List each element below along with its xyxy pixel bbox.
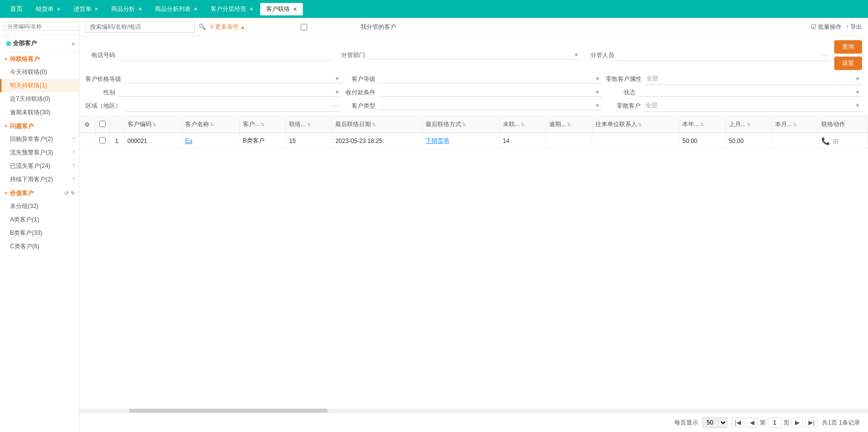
code-col-header[interactable]: 客户编码⇅ <box>124 116 182 133</box>
horizontal-scrollbar[interactable] <box>79 409 868 413</box>
phone-input[interactable] <box>118 50 331 61</box>
help-icon-3[interactable]: ? <box>72 177 75 182</box>
customer-type-field: 客户类型 ▼ <box>346 101 602 110</box>
sidebar-search-input[interactable] <box>4 22 79 31</box>
region-input[interactable]: ··· <box>124 100 342 112</box>
per-page-select[interactable]: 50 100 200 <box>702 417 727 428</box>
nav-customer-contact-close[interactable]: ✕ <box>293 6 297 12</box>
search-input[interactable] <box>85 21 195 33</box>
nav-product-analysis-list[interactable]: 商品分析列表 ✕ <box>149 3 204 15</box>
nav-sales-close[interactable]: ✕ <box>57 6 61 12</box>
sidebar-item-today-contact[interactable]: 今天待联络(0) <box>0 66 79 79</box>
row-checkbox[interactable] <box>95 133 109 149</box>
nav-sales[interactable]: 销货单 ✕ <box>30 3 67 15</box>
customer-level-select[interactable]: ▼ <box>378 74 602 83</box>
region-dots-icon[interactable]: ··· <box>332 102 340 110</box>
customer-name-link[interactable]: Ea <box>185 138 193 144</box>
help-icon-0[interactable]: ? <box>72 137 75 142</box>
problem-section-header[interactable]: ▼ 问题客户 <box>0 119 79 133</box>
actions-col-header: 联络动作 <box>818 116 868 133</box>
my-customers-checkbox[interactable]: 我分管的客户 <box>249 23 396 31</box>
customer-type-select[interactable]: ▼ <box>378 101 602 110</box>
edit-icon[interactable]: ✎ <box>71 190 75 197</box>
person-input[interactable]: ··· <box>617 50 830 61</box>
nav-purchase[interactable]: 进货单 ✕ <box>68 3 104 15</box>
refresh-icon[interactable]: ↺ <box>64 190 69 197</box>
retail-attr-select[interactable]: 全部 ▼ <box>645 73 862 85</box>
pagination: |◀ ◀ 第 页 ▶ ▶| <box>731 418 818 428</box>
row-action-phone-icon[interactable]: 📞 <box>821 137 830 145</box>
company-contact-col-header[interactable]: 往来单位联系人⇅ <box>592 116 679 133</box>
sidebar-item-tomorrow-contact[interactable]: 明天待联络(1) <box>0 79 79 92</box>
sidebar-item-overdue-contact[interactable]: 逾期未联络(30) <box>0 106 79 119</box>
scrollbar-thumb[interactable] <box>129 409 328 413</box>
select-all-checkbox[interactable] <box>99 121 106 127</box>
person-dots-icon[interactable]: ··· <box>821 51 828 59</box>
payment-select[interactable]: ▼ <box>378 88 602 97</box>
first-page-btn[interactable]: |◀ <box>731 418 744 428</box>
sidebar-item-abnormal-repurchase[interactable]: 回购异常客户(2) ? <box>0 133 79 146</box>
pending-section-header[interactable]: ▼ 待联络客户 <box>0 52 79 66</box>
name-col-header[interactable]: 客户名称⇅ <box>182 116 239 133</box>
row-code: 000021 <box>124 133 182 149</box>
dept-field: 分管部门 ▼ <box>335 51 581 60</box>
nav-product-analysis-list-close[interactable]: ✕ <box>194 6 198 12</box>
nav-customer-contact[interactable]: 客户联络 ✕ <box>260 3 303 15</box>
dept-select[interactable]: ▼ <box>368 51 581 60</box>
nav-customer-segment-close[interactable]: ✕ <box>249 6 253 12</box>
nav-product-analysis-close[interactable]: ✕ <box>138 6 142 12</box>
sidebar-item-class-a[interactable]: A类客户(1) <box>0 213 79 226</box>
contact-method-link[interactable]: 下销货单 <box>426 137 449 144</box>
sidebar-item-class-c[interactable]: C类客户(6) <box>0 240 79 253</box>
nav-purchase-close[interactable]: ✕ <box>94 6 98 12</box>
row-name[interactable]: Ea <box>182 133 239 149</box>
nav-customer-segment[interactable]: 客户分层经营 ✕ <box>205 3 259 15</box>
value-section-header[interactable]: ▼ 价值客户 ↺ ✎ <box>0 186 79 200</box>
status-select[interactable]: ▼ <box>639 88 862 97</box>
my-customers-check[interactable] <box>249 24 359 30</box>
page-input[interactable] <box>768 418 782 428</box>
all-customers-item[interactable]: ⊞ 全部客户 « <box>0 35 79 52</box>
table-row: 1 000021 Ea B类客户 15 2023-05-23 18:25: 下销… <box>79 133 868 149</box>
sidebar-item-churn-warning[interactable]: 流失预警客户(3) ? <box>0 146 79 159</box>
help-icon-1[interactable]: ? <box>72 150 75 155</box>
sidebar-item-class-b[interactable]: B类客户(33) <box>0 226 79 240</box>
sidebar-item-declining[interactable]: 持续下滑客户(2) ? <box>0 173 79 186</box>
row-action-grid-icon[interactable]: ⊞ <box>833 137 839 145</box>
nav-product-analysis[interactable]: 商品分析 ✕ <box>105 3 148 15</box>
query-btn[interactable]: 查询 <box>834 40 862 54</box>
not-contacted-col-header[interactable]: 未联...⇅ <box>500 116 546 133</box>
sidebar-item-7days-contact[interactable]: 近7天待联络(0) <box>0 92 79 106</box>
last-contact-method-col-header[interactable]: 最后联络方式⇅ <box>423 116 500 133</box>
sidebar-item-ungrouped[interactable]: 未分组(32) <box>0 200 79 213</box>
this-month-col-header[interactable]: 本月...⇅ <box>772 116 818 133</box>
row-select-checkbox[interactable] <box>99 137 106 144</box>
price-level-select[interactable]: ▼ <box>124 74 342 83</box>
overdue-col-header[interactable]: 逾期...⇅ <box>546 116 592 133</box>
row-last-contact-method[interactable]: 下销货单 <box>423 133 500 149</box>
help-icon-2[interactable]: ? <box>72 163 75 169</box>
nav-home[interactable]: 首页 <box>4 2 29 15</box>
last-page-btn[interactable]: ▶| <box>805 418 818 428</box>
next-page-btn[interactable]: ▶ <box>792 418 803 428</box>
last-contact-date-col-header[interactable]: 最后联络日期⇅ <box>332 116 423 133</box>
more-conditions-btn[interactable]: ≡ 更多条件 ▲ <box>210 23 245 31</box>
filter-search-icon[interactable]: 🔍 <box>199 23 206 30</box>
collapse-icon[interactable]: « <box>72 40 75 47</box>
checkbox-col-header[interactable] <box>95 116 109 133</box>
last-month-col-header[interactable]: 上月...⇅ <box>725 116 772 133</box>
gender-select[interactable]: ▼ <box>118 88 342 97</box>
sidebar-item-churned[interactable]: 已流失客户(24) ? <box>0 159 79 173</box>
type-col-header[interactable]: 客户...⇅ <box>239 116 286 133</box>
prev-page-btn[interactable]: ◀ <box>746 418 758 428</box>
contact-col-header[interactable]: 联络...⇅ <box>286 116 332 133</box>
export-btn[interactable]: ↑ 导出 <box>846 23 862 31</box>
gear-col-header[interactable]: ⚙ <box>79 116 95 133</box>
status-field: 状态 ▼ <box>606 88 862 97</box>
main-layout: 🔍 ⊞ 全部客户 « ▼ 待联络客户 今天待联络(0) 明天待联络(1) 近7天… <box>0 18 868 432</box>
contact-sort-icon: ⇅ <box>307 122 311 127</box>
batch-op-btn[interactable]: ☑ 批量操作 <box>811 23 842 31</box>
retail-customer-select[interactable]: 全部 ▼ <box>644 100 862 112</box>
this-year-col-header[interactable]: 本年...⇅ <box>679 116 725 133</box>
settings-btn[interactable]: 设置 <box>834 57 862 70</box>
